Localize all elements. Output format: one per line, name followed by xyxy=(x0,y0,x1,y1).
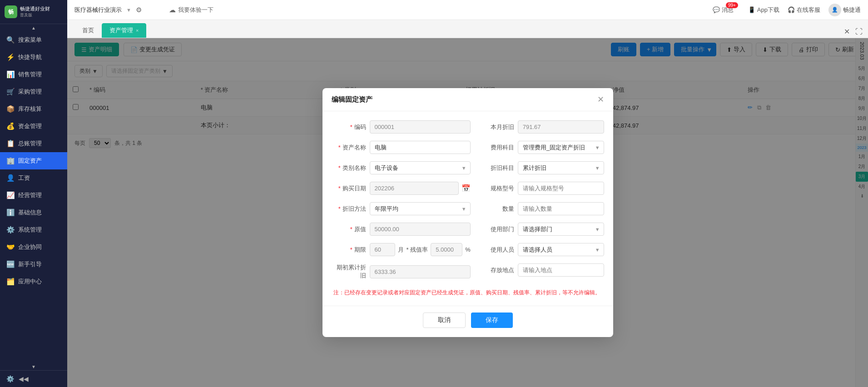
logo-title: 畅捷通好业财 xyxy=(20,5,50,12)
department-select[interactable]: 请选择部门 ▼ xyxy=(518,223,604,236)
topbar-gear-icon[interactable]: ⚙ xyxy=(136,6,142,14)
inventory-icon: 📦 xyxy=(6,105,15,113)
sidebar-item-label: 基础信息 xyxy=(18,208,42,217)
dep-method-dropdown[interactable]: 年限平均 xyxy=(370,203,470,215)
sidebar-item-search[interactable]: 🔍 搜索菜单 xyxy=(0,31,67,49)
category-select[interactable]: 电子设备 ▼ xyxy=(370,161,471,174)
fixed-assets-icon: 🏢 xyxy=(6,157,15,165)
sidebar-item-basic-info[interactable]: ℹ️ 基础信息 xyxy=(0,204,67,221)
location-input[interactable] xyxy=(518,263,604,277)
app-download-icon: 📱 xyxy=(748,6,755,13)
sidebar-item-fixed-assets[interactable]: 🏢 固定资产 xyxy=(0,152,67,169)
topbar-left: 医疗器械行业演示 ▼ ⚙ ☁ 我要体验一下 xyxy=(74,6,213,14)
sidebar-item-label: 快捷导航 xyxy=(18,53,42,61)
dep-subject-dropdown[interactable]: 累计折旧 xyxy=(518,162,604,174)
cancel-button[interactable]: 取消 xyxy=(423,313,466,328)
form-row-monthly-dep: 本月折旧 xyxy=(481,120,604,134)
person-select[interactable]: 请选择人员 ▼ xyxy=(518,243,604,256)
sidebar-scroll-up[interactable]: ▲ xyxy=(0,24,67,31)
customer-service-btn[interactable]: 🎧 在线客服 xyxy=(788,6,820,14)
purchase-date-label: 购买日期 xyxy=(333,184,370,193)
form-left-col: 编码 资产名称 类别名称 xyxy=(333,120,471,287)
message-btn[interactable]: 💬 消息 99+ xyxy=(713,6,734,14)
sidebar-item-label: 资金管理 xyxy=(18,122,42,130)
quantity-label: 数量 xyxy=(481,205,518,213)
tab-close-btn[interactable]: × xyxy=(136,28,139,33)
form-row-location: 存放地点 xyxy=(481,263,604,277)
topbar: 医疗器械行业演示 ▼ ⚙ ☁ 我要体验一下 💬 消息 99+ 📱 App下载 🎧… xyxy=(67,0,868,20)
sidebar-item-ledger[interactable]: 📋 总账管理 xyxy=(0,135,67,152)
expense-subject-dropdown[interactable]: 管理费用_固定资产折旧 xyxy=(518,141,604,154)
sidebar-item-quick-nav[interactable]: ⚡ 快捷导航 xyxy=(0,49,67,66)
tab-home[interactable]: 首页 xyxy=(74,23,102,38)
settings-icon[interactable]: ⚙️ xyxy=(6,375,14,382)
main-area: 医疗器械行业演示 ▼ ⚙ ☁ 我要体验一下 💬 消息 99+ 📱 App下载 🎧… xyxy=(67,0,868,387)
tab-asset-management[interactable]: 资产管理 × xyxy=(102,23,146,38)
category-dropdown[interactable]: 电子设备 xyxy=(370,162,470,174)
purchase-icon: 🛒 xyxy=(6,88,15,96)
collapse-icon[interactable]: ◀◀ xyxy=(19,375,29,382)
sidebar-nav: 🔍 搜索菜单 ⚡ 快捷导航 📊 销售管理 🛒 采购管理 📦 库存核算 💰 资金管… xyxy=(0,31,67,363)
sidebar-item-guide[interactable]: 🆕 新手引导 xyxy=(0,256,67,273)
window-close-btn[interactable]: ✕ xyxy=(842,25,852,38)
modal-body: 编码 资产名称 类别名称 xyxy=(322,111,613,306)
sidebar-item-label: 工资 xyxy=(18,174,30,182)
sidebar-item-sales[interactable]: 📊 销售管理 xyxy=(0,66,67,83)
save-button[interactable]: 保存 xyxy=(471,313,513,328)
edit-asset-modal: 编辑固定资产 ✕ 编码 xyxy=(322,88,613,337)
sidebar-item-operations[interactable]: 📈 经营管理 xyxy=(0,187,67,204)
monthly-dep-label: 本月折旧 xyxy=(481,123,518,131)
modal-close-btn[interactable]: ✕ xyxy=(597,94,604,104)
sidebar-scroll-down[interactable]: ▼ xyxy=(0,363,67,370)
ledger-icon: 📋 xyxy=(6,139,15,148)
finance-icon: 💰 xyxy=(6,122,15,130)
person-dropdown[interactable]: 请选择人员 xyxy=(518,243,604,256)
calendar-icon[interactable]: 📅 xyxy=(461,184,471,193)
window-expand-btn[interactable]: ⛶ xyxy=(853,26,864,38)
department-dropdown[interactable]: 请选择部门 xyxy=(518,223,604,235)
dep-subject-select[interactable]: 累计折旧 ▼ xyxy=(518,161,604,174)
try-feature-btn[interactable]: ☁ 我要体验一下 xyxy=(169,6,213,14)
sidebar-item-system[interactable]: ⚙️ 系统管理 xyxy=(0,221,67,238)
sidebar-item-app-center[interactable]: 🗂️ 应用中心 xyxy=(0,273,67,290)
code-label: 编码 xyxy=(333,123,370,131)
sidebar-item-inventory[interactable]: 📦 库存核算 xyxy=(0,100,67,118)
original-value-input[interactable] xyxy=(370,223,471,236)
app-download-btn[interactable]: 📱 App下载 xyxy=(748,6,779,14)
dep-method-select[interactable]: 年限平均 ▼ xyxy=(370,202,471,215)
residual-rate-input[interactable] xyxy=(431,243,462,256)
topbar-dropdown-arrow[interactable]: ▼ xyxy=(126,7,131,13)
sidebar-item-collab[interactable]: 🤝 企业协同 xyxy=(0,238,67,256)
purchase-date-input[interactable] xyxy=(370,182,459,195)
logo-text-block: 畅捷通好业财 普及版 xyxy=(20,5,50,18)
residual-rate-unit: % xyxy=(465,246,471,253)
initial-dep-input[interactable] xyxy=(370,265,471,278)
message-badge: 99+ xyxy=(726,2,738,8)
monthly-dep-input[interactable] xyxy=(518,120,604,134)
period-label: 期限 xyxy=(333,246,370,254)
code-input[interactable] xyxy=(370,120,471,134)
form-row-original-value: 原值 xyxy=(333,223,471,236)
category-form-label: 类别名称 xyxy=(333,164,370,172)
page-content: ☰ 资产明细 📄 变更生成凭证 刷账 + 新增 批量操作 ▼ xyxy=(67,38,868,387)
collab-icon: 🤝 xyxy=(6,243,15,251)
user-profile-btn[interactable]: 👤 畅捷通 xyxy=(828,4,861,16)
expense-subject-select[interactable]: 管理费用_固定资产折旧 ▼ xyxy=(518,141,604,154)
period-input[interactable] xyxy=(370,243,395,256)
sidebar-item-salary[interactable]: 👤 工资 xyxy=(0,169,67,187)
search-icon: 🔍 xyxy=(6,36,15,44)
quantity-input[interactable] xyxy=(518,202,604,215)
topbar-right: 💬 消息 99+ 📱 App下载 🎧 在线客服 👤 畅捷通 xyxy=(713,4,861,16)
sidebar-item-finance[interactable]: 💰 资金管理 xyxy=(0,118,67,135)
sidebar-item-label: 系统管理 xyxy=(18,226,42,234)
modal-form-grid: 编码 资产名称 类别名称 xyxy=(333,120,602,297)
cloud-icon: ☁ xyxy=(169,6,176,14)
modal-footer: 取消 保存 xyxy=(322,306,613,337)
sidebar-item-purchase[interactable]: 🛒 采购管理 xyxy=(0,83,67,100)
form-row-name: 资产名称 xyxy=(333,141,471,154)
basic-info-icon: ℹ️ xyxy=(6,208,15,217)
name-input[interactable] xyxy=(370,141,471,154)
spec-input[interactable] xyxy=(518,182,604,195)
sidebar-item-label: 企业协同 xyxy=(18,243,42,251)
modal-title: 编辑固定资产 xyxy=(332,95,372,104)
